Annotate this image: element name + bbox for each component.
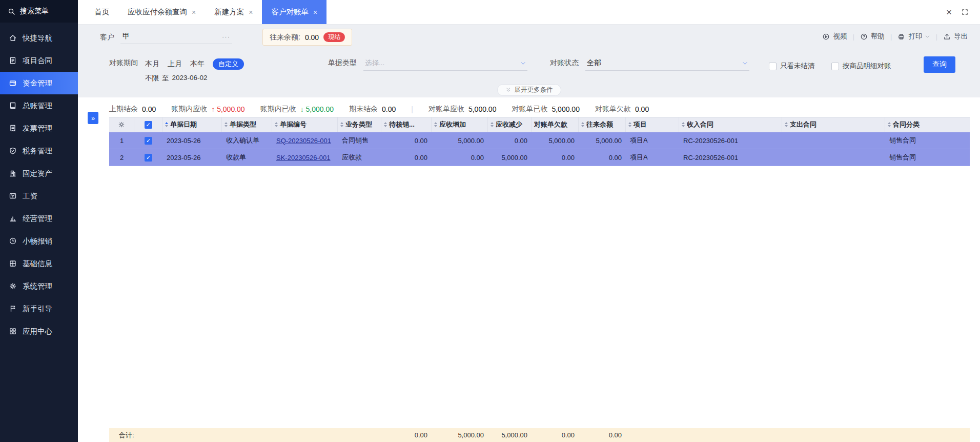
tab-balance-query[interactable]: 应收应付余额查询 × (118, 0, 205, 24)
checkbox-by-item-detail[interactable]: 按商品明细对账 (831, 62, 891, 71)
help-button[interactable]: 帮助 (860, 32, 885, 41)
sidebar-item-salary[interactable]: 工资 (0, 185, 78, 207)
sidebar-item-operations[interactable]: 经营管理 (0, 207, 78, 230)
sidebar-item-general-ledger[interactable]: 总账管理 (0, 94, 78, 117)
export-button[interactable]: 导出 (943, 32, 968, 41)
customer-field: 客户 甲 ··· (100, 31, 232, 44)
tab-customer-statement[interactable]: 客户对账单 × (262, 0, 326, 24)
sort-icon (340, 122, 343, 127)
close-icon[interactable]: × (249, 8, 253, 16)
sidebar-item-system[interactable]: 系统管理 (0, 275, 78, 297)
contract-icon (9, 56, 17, 65)
toolbar: 客户 甲 ··· 往来余额: 0.00 现结 视频 | (78, 25, 980, 97)
separator: | (890, 33, 892, 41)
balance-label: 往来余额: (270, 33, 300, 42)
cell-decrease: 0.00 (488, 132, 532, 149)
sidebar-item-project-contract[interactable]: 项目合同 (0, 49, 78, 72)
sidebar-item-funds[interactable]: 资金管理 (0, 72, 78, 94)
wallet-icon (9, 79, 17, 87)
column-header-increase[interactable]: 应收增加 (432, 117, 488, 132)
checkbox-unsettled-only[interactable]: 只看未结清 (769, 62, 815, 71)
print-button[interactable]: 打印 (897, 32, 930, 41)
invoice-icon (9, 124, 17, 132)
cell-expense-contract (782, 132, 885, 149)
sort-icon (682, 122, 685, 127)
row-checkbox[interactable]: ✓ (145, 154, 152, 162)
status-select[interactable]: 全部 (585, 58, 749, 71)
double-chevron-down-icon (505, 87, 511, 93)
expand-panel-button[interactable]: » (88, 112, 98, 124)
sidebar-item-fixed-assets[interactable]: 固定资产 (0, 162, 78, 185)
tab-home[interactable]: 首页 (85, 0, 118, 24)
sidebar-item-label: 应用中心 (23, 327, 52, 336)
close-icon[interactable]: × (192, 8, 196, 16)
salary-icon (9, 192, 17, 200)
status-field: 对账状态 全部 (550, 58, 749, 71)
sidebar-item-quick-nav[interactable]: 快捷导航 (0, 27, 78, 49)
footer-empty (885, 428, 970, 442)
column-header-decrease[interactable]: 应收减少 (488, 117, 532, 132)
doc-type-select[interactable]: 选择... (363, 58, 527, 71)
main-area: 首页 应收应付余额查询 × 新建方案 × 客户对账单 × × (78, 0, 980, 442)
close-icon[interactable]: × (313, 8, 317, 16)
sidebar-item-label: 新手引导 (23, 304, 52, 314)
period-option-this-year[interactable]: 本年 (190, 59, 205, 69)
doc-no-link[interactable]: SK-20230526-001 (276, 154, 331, 162)
table-row[interactable]: 1 ✓ 2023-05-26 收入确认单 SQ-20230526-001 合同销… (109, 132, 970, 149)
sort-icon (581, 122, 584, 127)
close-window-icon[interactable]: × (946, 7, 952, 17)
period-option-this-month[interactable]: 本月 (145, 59, 159, 69)
cell-due: 0.00 (532, 149, 579, 166)
cell-pending: 0.00 (381, 149, 432, 166)
chevron-down-icon (742, 61, 748, 66)
column-header-biz-type[interactable]: 业务类型 (338, 117, 381, 132)
fullscreen-icon[interactable] (961, 8, 969, 16)
summary-period-receivable: 账期内应收 ↑ 5,000.00 (171, 105, 244, 114)
cell-project: 项目A (626, 132, 679, 149)
range-start[interactable]: 不限 (145, 74, 159, 83)
sidebar-item-invoice[interactable]: 发票管理 (0, 117, 78, 139)
customer-input[interactable]: 甲 ··· (120, 31, 232, 44)
period-option-custom[interactable]: 自定义 (213, 58, 244, 70)
tab-label: 应收应付余额查询 (128, 7, 187, 17)
column-header-income-contract[interactable]: 收入合同 (679, 117, 782, 132)
doc-no-link[interactable]: SQ-20230526-001 (276, 137, 331, 145)
column-settings-button[interactable] (109, 117, 134, 132)
column-header-expense-contract[interactable]: 支出合同 (782, 117, 885, 132)
sidebar-search[interactable]: 搜索菜单 (0, 0, 78, 23)
down-arrow-icon: ↓ (300, 105, 304, 113)
query-button[interactable]: 查询 (924, 56, 955, 73)
expand-more-button[interactable]: 展开更多条件 (497, 84, 561, 96)
sidebar-item-reimbursement[interactable]: 小畅报销 (0, 230, 78, 252)
gear-icon (9, 282, 17, 290)
footer-empty (626, 428, 679, 442)
sidebar-item-basic-info[interactable]: 基础信息 (0, 252, 78, 275)
column-header-project[interactable]: 项目 (626, 117, 679, 132)
column-header-doc-date[interactable]: 单据日期 (162, 117, 222, 132)
cell-balance: 5,000.00 (579, 132, 626, 149)
video-button[interactable]: 视频 (822, 32, 847, 41)
row-checkbox[interactable]: ✓ (145, 137, 152, 145)
tab-new-plan[interactable]: 新建方案 × (205, 0, 262, 24)
sidebar-item-app-center[interactable]: 应用中心 (0, 320, 78, 343)
range-end-date[interactable]: 2023-06-02 (172, 74, 208, 83)
column-header-pending[interactable]: 待核销... (381, 117, 432, 132)
cell-biz-type: 合同销售 (338, 132, 381, 149)
shield-icon (9, 147, 17, 155)
expand-row: 展开更多条件 (78, 84, 980, 97)
column-header-doc-no[interactable]: 单据编号 (272, 117, 338, 132)
column-header-balance[interactable]: 往来余额 (579, 117, 626, 132)
more-icon[interactable]: ··· (222, 33, 230, 41)
table-row[interactable]: 2 ✓ 2023-05-26 收款单 SK-20230526-001 应收款 0… (109, 149, 970, 166)
sidebar-item-tax[interactable]: 税务管理 (0, 139, 78, 162)
cell-due: 5,000.00 (532, 132, 579, 149)
chevron-down-icon (925, 34, 930, 39)
row-checkbox-cell: ✓ (134, 149, 162, 166)
column-header-doc-type[interactable]: 单据类型 (222, 117, 272, 132)
sidebar-item-guide[interactable]: 新手引导 (0, 297, 78, 320)
column-header-contract-category[interactable]: 合同分类 (885, 117, 970, 132)
footer-empty (222, 428, 272, 442)
period-option-last-month[interactable]: 上月 (168, 59, 182, 69)
select-all-checkbox[interactable]: ✓ (145, 121, 152, 129)
column-header-due[interactable]: 对账单欠款 (532, 117, 579, 132)
